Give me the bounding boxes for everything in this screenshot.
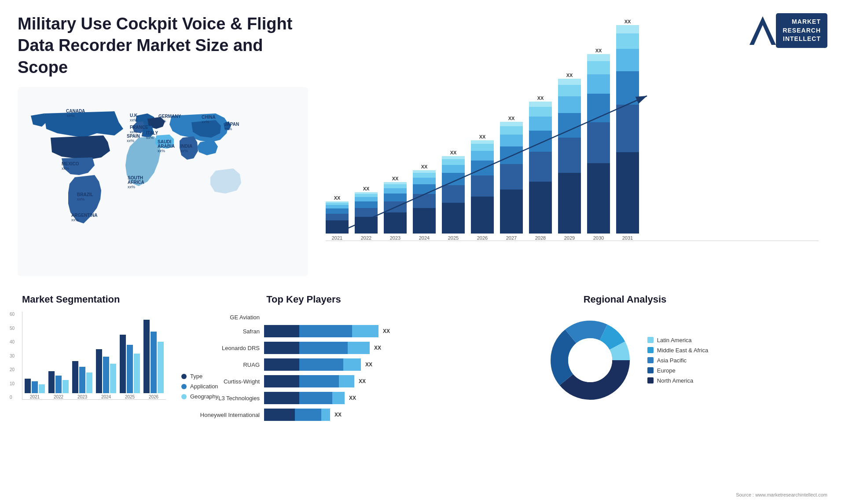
player-bar-l3: XX	[264, 392, 409, 404]
year-label-2031: 2031	[622, 235, 633, 241]
seg-bar-app-2021	[32, 381, 38, 393]
seg-group-2024: 2024	[96, 349, 116, 399]
bar-chart-area: XX 2021 XX	[326, 91, 819, 259]
safran-seg1	[264, 325, 299, 337]
legend-north-america: North America	[647, 377, 708, 384]
curtiss-value: XX	[359, 378, 366, 384]
seg-year-2026: 2026	[149, 394, 158, 399]
leonardo-value: XX	[374, 345, 381, 351]
saudi-value: xx%	[158, 149, 165, 153]
player-bar-curtiss: XX	[264, 375, 409, 387]
l3-value: XX	[349, 395, 356, 401]
logo-inner: MARKET RESEARCH INTELLECT	[749, 13, 827, 48]
us-label: U.S.	[59, 141, 68, 146]
honeywell-seg1	[264, 409, 295, 421]
seg-group-2026: 2026	[143, 320, 164, 399]
legend-asia-pacific: Asia Pacific	[647, 357, 708, 364]
brazil-label: BRAZIL	[77, 192, 93, 197]
year-label-2028: 2028	[535, 235, 546, 241]
germany-label: GERMANY	[158, 114, 181, 119]
logo-line3: INTELLECT	[783, 35, 821, 44]
italy-value: xx%	[146, 135, 154, 140]
top-section: CANADA xx% U.S. xx% MEXICO xx% BRAZIL xx…	[18, 87, 827, 281]
player-bar-leonardo: XX	[264, 342, 409, 354]
japan-value: xx%	[224, 127, 232, 131]
canada-label: CANADA	[66, 109, 85, 113]
curtiss-seg1	[264, 375, 299, 387]
seg-bar-app-2022	[55, 376, 62, 393]
year-label-2023: 2023	[390, 235, 400, 241]
argentina-label: ARGENTINA	[71, 213, 97, 218]
legend-ap-dot	[647, 357, 654, 363]
player-name-l3: L3 Technologies	[198, 395, 260, 402]
legend-latin-dot	[647, 337, 654, 343]
france-label: FRANCE	[130, 125, 148, 130]
bar-label-2031: XX	[625, 19, 631, 24]
legend-eu-dot	[647, 367, 654, 373]
honeywell-seg3	[321, 409, 330, 421]
ruag-seg2	[299, 358, 343, 371]
seg-bar-type-2026	[143, 320, 150, 393]
seg-bar-app-2026	[151, 332, 157, 393]
market-segmentation-section: Market Segmentation 0 10 20 30 40 50 60	[18, 289, 185, 430]
seg-bar-type-2022	[48, 371, 55, 393]
year-label-2022: 2022	[361, 235, 371, 241]
seg-bar-type-2024	[96, 349, 102, 393]
logo-icon	[749, 16, 776, 45]
legend-ap-label: Asia Pacific	[657, 357, 687, 364]
logo-area: MARKET RESEARCH INTELLECT	[749, 13, 827, 48]
seg-year-2021: 2021	[30, 394, 40, 399]
spain-label: SPAIN	[127, 134, 140, 139]
bar-2022: XX 2022	[355, 186, 378, 241]
seg-year-2025: 2025	[125, 394, 135, 399]
leonardo-seg2	[299, 342, 348, 354]
south-africa-label2: AFRICA	[128, 180, 144, 185]
uk-value: xx%	[130, 118, 137, 122]
bar-label-2022: XX	[363, 186, 370, 191]
curtiss-seg3	[339, 375, 354, 387]
bar-2021: XX 2021	[326, 195, 349, 241]
donut-container: Latin America Middle East & Africa Asia …	[427, 312, 823, 409]
top-players-section: Top Key Players GE Aviation Safran XX	[194, 289, 414, 430]
bar-label-2028: XX	[537, 95, 544, 101]
bar-2025: XX 2025	[442, 150, 465, 241]
l3-seg1	[264, 392, 299, 404]
mexico-label: MEXICO	[62, 161, 79, 166]
honeywell-value: XX	[334, 412, 342, 418]
player-row-leonardo: Leonardo DRS XX	[198, 342, 409, 354]
seg-year-2024: 2024	[101, 394, 111, 399]
ruag-seg1	[264, 358, 299, 371]
logo-line1: MARKET	[783, 18, 821, 26]
seg-bar-type-2023	[72, 361, 78, 393]
legend-me-label: Middle East & Africa	[657, 347, 708, 354]
spain-value: xx%	[127, 139, 134, 143]
player-row-l3: L3 Technologies XX	[198, 392, 409, 404]
honeywell-seg2	[295, 409, 321, 421]
player-bar-ruag: XX	[264, 358, 409, 371]
legend-geo-dot	[181, 394, 187, 399]
y-axis-labels: 0 10 20 30 40 50 60	[10, 312, 15, 400]
japan-label: JAPAN	[224, 122, 239, 127]
regional-title: Regional Analysis	[427, 294, 823, 305]
legend-latin-america: Latin America	[647, 337, 708, 343]
bar-label-2025: XX	[450, 150, 457, 155]
player-name-curtiss: Curtiss-Wright	[198, 378, 260, 385]
year-label-2026: 2026	[477, 235, 488, 241]
bar-label-2023: XX	[392, 176, 399, 181]
bar-2029: XX 2029	[558, 73, 581, 241]
brazil-value: xx%	[77, 197, 84, 201]
leonardo-seg3	[348, 342, 370, 354]
player-bar-safran: XX	[264, 325, 409, 337]
seg-bar-geo-2025	[134, 354, 140, 393]
page-title: Military Use Cockpit Voice & Flight Data…	[18, 13, 317, 78]
uk-label: U.K.	[130, 113, 139, 118]
bars-container: XX 2021 XX	[326, 91, 819, 241]
india-value: xx%	[180, 149, 188, 153]
bar-2026: XX 2026	[471, 134, 494, 241]
legend-na-label: North America	[657, 377, 693, 384]
player-name-honeywell: Honeywell International	[198, 412, 260, 418]
logo-text: MARKET RESEARCH INTELLECT	[776, 13, 827, 48]
legend-na-dot	[647, 377, 654, 383]
seg-group-2023: 2023	[72, 361, 92, 399]
seg-bar-type-2025	[120, 335, 126, 393]
